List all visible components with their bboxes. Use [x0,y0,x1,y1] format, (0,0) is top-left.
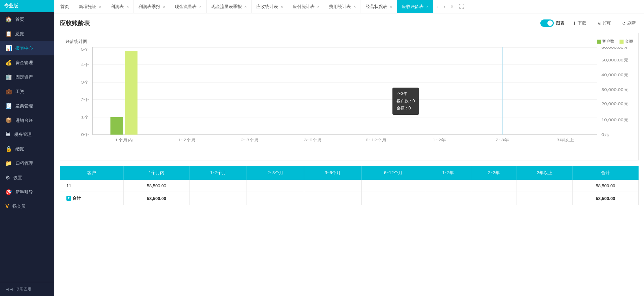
page-header: 应收账龄表 图表 ⬇ 下载 🖨 打印 ↺ 刷新 [60,19,639,28]
guide-icon: 🎯 [5,189,12,195]
print-button[interactable]: 🖨 打印 [594,19,614,28]
td-total-year3plus [517,192,573,205]
tab-cashflow-quarterly[interactable]: 现金流量表季报 × [207,0,252,13]
th-month12: 1~2个月 [190,166,247,180]
tab-close-icon[interactable]: × [426,5,428,9]
sidebar-item-sales[interactable]: 📦 进销台账 [0,113,54,128]
svg-text:20,000.00元: 20,000.00元 [601,102,628,106]
svg-text:3个: 3个 [81,80,89,85]
sales-icon: 📦 [5,117,12,124]
tab-close-icon[interactable]: × [126,5,128,9]
chart-toggle[interactable] [540,19,554,27]
tab-close-all-button[interactable]: × [448,2,456,11]
td-year3plus [517,180,573,192]
sidebar-item-guide[interactable]: 🎯 新手引导 [0,185,54,199]
svg-text:2~3个月: 2~3个月 [241,138,259,142]
svg-text:4个: 4个 [81,63,89,67]
svg-text:2个: 2个 [81,98,89,102]
svg-text:0个: 0个 [81,133,89,137]
td-total-month12 [190,192,247,205]
svg-text:1个月内: 1个月内 [115,138,132,142]
sidebar-item-salary[interactable]: 💼 工资 [0,84,54,99]
td-total-month23 [247,192,304,205]
tab-label: 新增凭证 [79,4,96,10]
settings-icon: ⚙ [5,175,10,181]
tab-receivable-stats[interactable]: 应收统计表 × [252,0,288,13]
th-year23: 2~3年 [471,166,517,180]
svg-text:1~2个月: 1~2个月 [178,138,196,142]
unpin-label: 取消固定 [15,286,32,292]
th-year12: 1~2年 [425,166,471,180]
tab-close-icon[interactable]: × [163,5,165,9]
legend-amount: 金额 [620,39,633,44]
sidebar-item-invoice[interactable]: 🧾 发票管理 [0,99,54,113]
tab-label: 利润表季报 [139,4,160,10]
svg-text:30,000.00元: 30,000.00元 [601,88,628,92]
tab-close-icon[interactable]: × [390,5,392,9]
th-month36: 3~6个月 [304,166,362,180]
sidebar-item-archive[interactable]: 📁 归档管理 [0,156,54,170]
tab-bar: 首页 新增凭证 × 利润表 × 利润表季报 × 现金流量表 × 现金流量表季报 … [54,0,644,13]
th-month23: 2~3个月 [247,166,304,180]
bar-chart-svg: 0个 1个 2个 3个 4个 5个 0元 10,000.00元 20,000.0… [65,47,633,151]
tab-profit-quarterly[interactable]: 利润表季报 × [134,0,170,13]
page-actions: 图表 ⬇ 下载 🖨 打印 ↺ 刷新 [540,19,639,28]
unpin-button[interactable]: ◄◄ 取消固定 [0,282,54,296]
tab-operations[interactable]: 经营状况表 × [361,0,397,13]
tab-close-icon[interactable]: × [245,5,247,9]
tab-profit[interactable]: 利润表 × [106,0,133,13]
td-total-total: 58,500.00 [573,192,639,205]
sidebar-item-label: 税务管理 [14,132,32,138]
tab-close-icon[interactable]: × [317,5,319,9]
tab-close-icon[interactable]: × [281,5,283,9]
sidebar-item-label: 报表中心 [15,45,33,51]
tab-label: 现金流量表 [175,4,197,10]
legend-customer-count: 客户数 [597,39,614,44]
svg-text:40,000.00元: 40,000.00元 [601,73,628,77]
tab-cashflow[interactable]: 现金流量表 × [170,0,206,13]
th-year3plus: 3年以上 [517,166,573,180]
tab-home[interactable]: 首页 [56,0,74,13]
legend-color-green [597,40,601,44]
svg-text:2~3年: 2~3年 [496,138,509,142]
tax-icon: 🏛 [5,132,11,138]
tab-prev-button[interactable]: ‹ [433,2,440,11]
td-month1: 58,500.00 [123,180,190,192]
svg-text:3~6个月: 3~6个月 [304,138,322,142]
tab-expense-stats[interactable]: 费用统计表 × [324,0,361,13]
sidebar-item-vip[interactable]: V 畅会员 [0,199,54,213]
td-month23 [247,180,304,192]
download-button[interactable]: ⬇ 下载 [570,19,589,28]
sidebar-item-closing[interactable]: 🔒 结账 [0,142,54,156]
sidebar-item-label: 畅会员 [12,203,25,209]
sidebar-item-label: 结账 [15,146,24,152]
sidebar-item-funds[interactable]: 💰 资金管理 [0,55,54,70]
sidebar-item-tax[interactable]: 🏛 税务管理 [0,128,54,142]
sidebar-item-home[interactable]: 🏠 首页 [0,12,54,27]
tab-close-icon[interactable]: × [354,5,356,9]
tab-expand-button[interactable]: ⛶ [456,2,467,11]
tab-new-voucher[interactable]: 新增凭证 × [74,0,106,13]
tab-close-icon[interactable]: × [199,5,201,9]
svg-text:10,000.00元: 10,000.00元 [601,118,628,122]
home-icon: 🏠 [5,16,12,22]
th-total: 合计 [573,166,639,180]
tab-payable-stats[interactable]: 应付统计表 × [288,0,324,13]
td-total: 58,500.00 [573,180,639,192]
svg-text:1个: 1个 [81,115,89,119]
funds-icon: 💰 [5,59,12,66]
sidebar-item-label: 新手引导 [15,189,33,195]
sidebar-item-ledger[interactable]: 📋 总账 [0,27,54,41]
refresh-button[interactable]: ↺ 刷新 [620,19,639,28]
tab-receivable-aging[interactable]: 应收账龄表 × [397,0,433,13]
td-total-month36 [304,192,362,205]
sidebar-item-settings[interactable]: ⚙ 设置 [0,170,54,185]
table-total-row: Σ 合计 58,500.00 58,500.00 [60,192,639,205]
data-table: 客户 1个月内 1~2个月 2~3个月 3~6个月 6~12个月 1~2年 2~… [60,166,639,205]
sidebar-item-reports[interactable]: 📊 报表中心 [0,41,54,55]
sidebar-item-assets[interactable]: 🏢 固定资产 [0,70,54,84]
legend-label-amount: 金额 [625,39,633,44]
tab-label: 费用统计表 [329,4,351,10]
tab-next-button[interactable]: › [441,2,448,11]
tab-close-icon[interactable]: × [99,5,101,9]
